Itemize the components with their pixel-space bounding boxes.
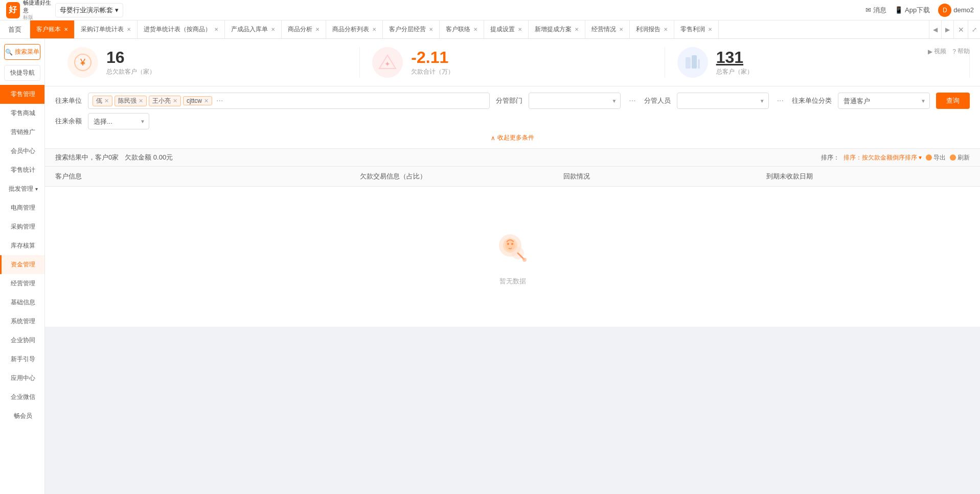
logo-icon: 好 bbox=[6, 2, 20, 18]
sidebar-item-retail-mall[interactable]: 零售商城 bbox=[0, 104, 44, 123]
sidebar-item-ecommerce[interactable]: 电商管理 bbox=[0, 198, 44, 217]
svg-point-12 bbox=[511, 243, 513, 245]
close-tab-1[interactable]: ✕ bbox=[127, 27, 131, 32]
tab-customer-tier[interactable]: 客户分层经营 ✕ bbox=[383, 20, 440, 38]
sidebar-item-app-center[interactable]: 应用中心 bbox=[0, 369, 44, 388]
message-btn[interactable]: ✉ 消息 bbox=[865, 6, 886, 15]
remove-tag-wa[interactable]: ✕ bbox=[104, 98, 109, 104]
tag-cjttcw: cjttcw ✕ bbox=[183, 96, 212, 105]
unit-tags-input[interactable]: 佤 ✕ 陈民强 ✕ 王小亮 ✕ cjttcw ✕ ··· bbox=[88, 93, 490, 109]
sidebar-item-label: 零售统计 bbox=[6, 166, 40, 174]
sidebar-item-enterprise-wechat[interactable]: 企业微信 bbox=[0, 388, 44, 407]
dept-select-wrap bbox=[529, 93, 621, 109]
sidebar-item-label: 库存核算 bbox=[6, 241, 40, 250]
collapse-filters-btn[interactable]: ∧ 收起更多条件 bbox=[55, 133, 970, 142]
sidebar-item-label: 基础信息 bbox=[6, 298, 40, 307]
tab-scroll-left[interactable]: ◀ bbox=[929, 20, 941, 39]
tab-commission-settings[interactable]: 提成设置 ✕ bbox=[484, 20, 529, 38]
search-menu-btn[interactable]: 🔍 搜索菜单 bbox=[4, 44, 40, 60]
phone-icon: 📱 bbox=[895, 6, 903, 14]
sidebar-item-operations[interactable]: 经营管理 bbox=[0, 274, 44, 293]
tab-profit-report[interactable]: 利润报告 ✕ bbox=[630, 20, 674, 38]
sidebar-item-inventory[interactable]: 库存核算 bbox=[0, 236, 44, 255]
close-tab-7[interactable]: ✕ bbox=[473, 27, 477, 32]
refresh-btn[interactable]: 刷新 bbox=[950, 153, 970, 162]
help-btn[interactable]: ? 帮助 bbox=[952, 47, 970, 56]
close-tab-2[interactable]: ✕ bbox=[214, 27, 218, 32]
sort-select[interactable]: 排序：按欠款金额倒序排序 ▾ bbox=[844, 153, 922, 162]
maximize-btn[interactable]: ⤢ bbox=[968, 20, 980, 39]
sort-label: 排序： bbox=[821, 153, 839, 162]
close-tab-4[interactable]: ✕ bbox=[315, 27, 320, 32]
sidebar-item-marketing[interactable]: 营销推广 bbox=[0, 123, 44, 142]
svg-text:✦: ✦ bbox=[384, 60, 391, 68]
nav-tabs-controls: ◀ ▶ ✕ ⤢ bbox=[929, 20, 980, 38]
person-select[interactable] bbox=[677, 93, 769, 109]
balance-label: 往来余额 bbox=[55, 117, 82, 126]
export-btn[interactable]: 导出 bbox=[926, 153, 946, 162]
unit-class-select[interactable]: 普通客户 bbox=[838, 93, 930, 109]
sidebar-item-finance[interactable]: 资金管理 bbox=[0, 255, 44, 274]
sidebar-item-label: 批发管理 bbox=[9, 185, 33, 193]
close-tab-9[interactable]: ✕ bbox=[575, 27, 579, 32]
person-more-btn[interactable]: ··· bbox=[775, 96, 786, 105]
app-download-btn[interactable]: 📱 App下载 bbox=[895, 6, 930, 15]
close-all-tabs[interactable]: ✕ bbox=[953, 20, 968, 39]
quick-nav-btn[interactable]: 快捷导航 bbox=[4, 65, 40, 81]
close-tab-0[interactable]: ✕ bbox=[64, 27, 68, 32]
close-tab-10[interactable]: ✕ bbox=[619, 27, 623, 32]
close-tab-5[interactable]: ✕ bbox=[372, 27, 376, 32]
sidebar-item-membership[interactable]: 会员中心 bbox=[0, 142, 44, 161]
filter-row-1: 往来单位 佤 ✕ 陈民强 ✕ 王小亮 ✕ cjttcw bbox=[55, 93, 970, 109]
dept-select[interactable] bbox=[529, 93, 621, 109]
sidebar-item-system[interactable]: 系统管理 bbox=[0, 312, 44, 331]
col-customer-info: 客户信息 bbox=[55, 172, 360, 181]
tab-purchase-stats[interactable]: 进货单统计表（按商品） ✕ bbox=[138, 20, 225, 38]
sidebar-item-beginner[interactable]: 新手引导 bbox=[0, 350, 44, 369]
unit-label: 往来单位 bbox=[55, 96, 82, 105]
svg-rect-4 bbox=[686, 57, 691, 69]
dept-more-btn[interactable]: ··· bbox=[627, 96, 637, 105]
video-help-btn[interactable]: ▶ 视频 bbox=[928, 47, 946, 56]
tab-product-analysis[interactable]: 商品分析 ✕ bbox=[282, 20, 326, 38]
close-tab-8[interactable]: ✕ bbox=[518, 27, 522, 32]
tab-product-inbound[interactable]: 产成品入库单 ✕ bbox=[225, 20, 282, 38]
close-tab-12[interactable]: ✕ bbox=[708, 27, 712, 32]
sidebar-item-member[interactable]: 畅会员 bbox=[0, 407, 44, 425]
stat-card-total: 131 总客户（家） bbox=[665, 47, 970, 78]
col-repayment: 回款情况 bbox=[563, 172, 767, 181]
more-tags-btn[interactable]: ··· bbox=[214, 96, 225, 105]
chevron-up-icon: ∧ bbox=[491, 134, 495, 142]
tab-add-commission[interactable]: 新增提成方案 ✕ bbox=[529, 20, 585, 38]
remove-tag-wang[interactable]: ✕ bbox=[173, 98, 177, 104]
tab-customer-ledger[interactable]: 客户账本 ✕ bbox=[30, 20, 75, 38]
top-bar: 好 畅捷通好生意 标版 母婴行业演示帐套 ▾ ✉ 消息 📱 App下载 D de… bbox=[0, 0, 980, 20]
sidebar-item-retail[interactable]: 零售管理 bbox=[0, 85, 44, 104]
tab-home[interactable]: 首页 bbox=[0, 20, 30, 38]
export-dot bbox=[926, 154, 932, 161]
tab-product-analysis-list[interactable]: 商品分析列表 ✕ bbox=[326, 20, 383, 38]
sidebar-item-enterprise-collab[interactable]: 企业协同 bbox=[0, 331, 44, 350]
tab-scroll-right[interactable]: ▶ bbox=[941, 20, 953, 39]
remove-tag-chen[interactable]: ✕ bbox=[139, 98, 143, 104]
tab-operations[interactable]: 经营情况 ✕ bbox=[585, 20, 630, 38]
account-dropdown[interactable]: 母婴行业演示帐套 ▾ bbox=[55, 3, 123, 17]
query-btn[interactable]: 查询 bbox=[936, 93, 970, 109]
sidebar-item-wholesale[interactable]: 批发管理 ▾ bbox=[0, 179, 44, 198]
refresh-dot bbox=[950, 154, 956, 161]
stat-value-arrears: -2.11 bbox=[411, 49, 454, 65]
stat-icon-total bbox=[677, 47, 708, 78]
close-tab-6[interactable]: ✕ bbox=[429, 27, 433, 32]
tab-purchase-order[interactable]: 采购订单统计表 ✕ bbox=[75, 20, 138, 38]
sidebar-item-purchase[interactable]: 采购管理 bbox=[0, 217, 44, 236]
close-tab-3[interactable]: ✕ bbox=[271, 27, 275, 32]
balance-select[interactable]: 选择... bbox=[88, 113, 149, 129]
tab-customer-contact[interactable]: 客户联络 ✕ bbox=[440, 20, 484, 38]
sidebar-item-label: 企业协同 bbox=[6, 336, 40, 345]
close-tab-11[interactable]: ✕ bbox=[664, 27, 668, 32]
sidebar-item-basic-info[interactable]: 基础信息 bbox=[0, 293, 44, 312]
user-menu[interactable]: D demo2 bbox=[938, 4, 974, 17]
remove-tag-cjttcw[interactable]: ✕ bbox=[204, 98, 209, 104]
tab-retail-profit[interactable]: 零售利润 ✕ bbox=[674, 20, 719, 38]
sidebar-item-retail-stats[interactable]: 零售统计 bbox=[0, 161, 44, 179]
